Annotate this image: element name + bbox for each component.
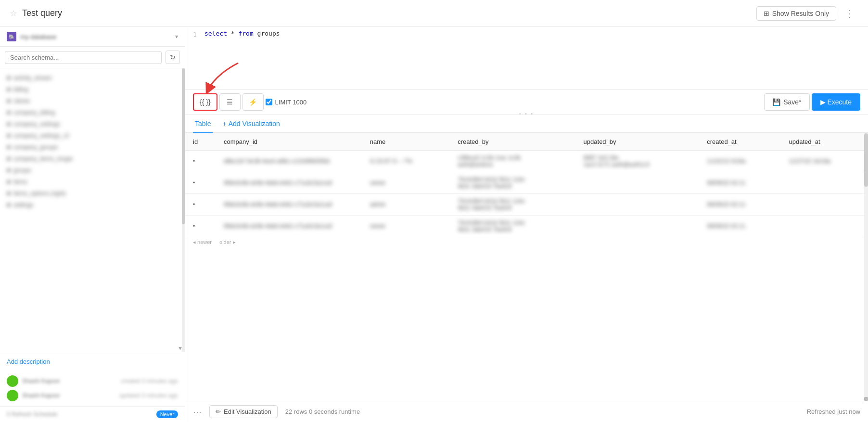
param-icon: {{ }} <box>200 98 211 106</box>
limit-section: LIMIT 1000 <box>266 99 307 106</box>
cell-created-at: 08/09/22 02:11 <box>699 216 781 237</box>
cell-created-at: 11/22/13 3/18a <box>699 151 781 172</box>
param-button[interactable]: {{ }} <box>193 93 217 111</box>
edit-icon: ✏ <box>216 408 221 415</box>
table-header: id company_id name created_by updated_by… <box>185 133 868 151</box>
tab-table[interactable]: Table <box>193 115 213 133</box>
header-left: ☆ Test query <box>10 8 62 19</box>
cell-company-id: d8bc1b7-8c38-4ee4-a68c-c1318960056d <box>216 151 362 172</box>
table-scrollbar[interactable] <box>864 133 868 401</box>
save-label: Save* <box>783 98 801 106</box>
cell-id: • <box>185 151 216 172</box>
cell-created-by: 74c4c9b4 b41d 3b1c 1cbc4b2c 3ab419 7ba4c… <box>450 194 575 216</box>
user-name-updated: Shashi Kapoor <box>22 392 60 399</box>
user-time-created: created 3 minutes ago <box>121 378 178 384</box>
code-editor[interactable]: 1 select * from groups <box>185 27 868 90</box>
user-name-created: Shashi Kapoor <box>22 378 60 384</box>
cell-updated-at <box>781 172 868 194</box>
user-item-created: Shashi Kapoor created 3 minutes ago <box>7 375 178 387</box>
cell-updated-by <box>576 216 700 237</box>
limit-label: LIMIT 1000 <box>275 99 307 106</box>
line-number: 1 <box>185 30 204 38</box>
header-right: ⊞ Show Results Only ⋮ <box>756 6 858 21</box>
list-item[interactable]: company_settings_v2 <box>0 130 185 141</box>
cell-id: • <box>185 194 216 216</box>
list-item[interactable]: groups <box>0 165 185 176</box>
user-avatar-updated <box>7 390 18 401</box>
list-item[interactable]: company_billing <box>0 107 185 118</box>
limit-checkbox[interactable] <box>266 99 272 105</box>
add-visualization-tab[interactable]: + Add Visualization <box>220 115 281 133</box>
sidebar-footer: Add description <box>0 352 185 371</box>
list-item[interactable]: company_groups <box>0 141 185 153</box>
list-item[interactable]: billing <box>0 84 185 95</box>
sidebar: 🐘 my-database ▾ ↻ activity_stream billin… <box>0 27 185 422</box>
cell-created-by: c38bca3 1c3b 1rac 1c3bauth@actions <box>450 151 575 172</box>
cell-name: owner <box>362 216 450 237</box>
col-updated-at: updated_at <box>781 133 868 151</box>
scroll-down-icon[interactable]: ▾ <box>175 344 185 352</box>
bottom-more-button[interactable]: ⋯ <box>193 407 202 417</box>
results-tabs: Table + Add Visualization <box>185 115 868 133</box>
lightning-button[interactable]: ⚡ <box>243 93 264 111</box>
db-selector[interactable]: 🐘 my-database ▾ <box>0 27 185 47</box>
sidebar-scrollbar[interactable] <box>182 68 185 352</box>
pagination-prev: ◂ newer <box>193 239 212 245</box>
cell-id: • <box>185 172 216 194</box>
db-icon: 🐘 <box>7 32 16 41</box>
header-row: id company_id name created_by updated_by… <box>185 133 868 151</box>
keyword-from: from <box>238 30 253 37</box>
sidebar-search-row: ↻ <box>0 47 185 68</box>
save-button[interactable]: 💾 Save* <box>764 93 809 111</box>
star-icon[interactable]: ☆ <box>10 8 17 19</box>
col-created-at: created_at <box>699 133 781 151</box>
content-area: 1 select * from groups <box>185 27 868 422</box>
bottom-bar: ⋯ ✏ Edit Visualization 22 rows 0 seconds… <box>185 401 868 422</box>
search-input[interactable] <box>5 51 162 64</box>
cell-created-at: 08/09/22 02:11 <box>699 194 781 216</box>
cell-name: owner <box>362 172 450 194</box>
code-asterisk: * <box>231 30 239 37</box>
code-content[interactable]: select * from groups <box>204 30 280 37</box>
cell-created-by: 74c4c9b4 b41d 3b1c 1cbc4b2c 3ab419 7ba4c… <box>450 172 575 194</box>
schema-list: activity_stream billing clients company_… <box>0 68 185 352</box>
cell-updated-by: 9987 1b3 2tle1ac3 2c71 auth@auth1c3 <box>576 151 700 172</box>
sidebar-scrollbar-thumb <box>182 68 185 224</box>
edit-visualization-button[interactable]: ✏ Edit Visualization <box>209 405 278 418</box>
col-updated-by: updated_by <box>576 133 700 151</box>
refresh-schema-button[interactable]: ↻ <box>166 51 180 64</box>
cell-updated-at <box>781 194 868 216</box>
list-item[interactable]: items <box>0 176 185 188</box>
table-pagination-hint: ◂ newer older ▸ <box>185 237 868 247</box>
execute-button[interactable]: ▶ Execute <box>812 93 860 111</box>
table-row: • d8bc1b7-8c38-4ee4-a68c-c1318960056d G-… <box>185 151 868 172</box>
table-scrollbar-thumb <box>864 133 868 187</box>
list-item[interactable]: items_options (right) <box>0 188 185 199</box>
format-button[interactable]: ☰ <box>219 93 241 111</box>
list-item[interactable]: company_items_longer <box>0 153 185 165</box>
pagination-next: older ▸ <box>219 239 236 245</box>
show-results-button[interactable]: ⊞ Show Results Only <box>756 6 836 21</box>
list-item[interactable]: clients <box>0 95 185 107</box>
schedule-badge[interactable]: Never <box>156 410 178 418</box>
cell-company-id: 99dc0c6b-dc6b-4deb-b4d1-c71a3c3a1ca3 <box>216 194 362 216</box>
edit-viz-label: Edit Visualization <box>224 408 271 415</box>
user-time-updated: updated 3 minutes ago <box>119 392 178 399</box>
cell-name: G-23.97 G -- 7% <box>362 151 450 172</box>
cell-updated-at <box>781 216 868 237</box>
plus-icon: + <box>222 120 226 128</box>
list-item[interactable]: activity_stream <box>0 72 185 84</box>
header-more-button[interactable]: ⋮ <box>841 6 858 21</box>
table-row: • 99dc0c6b-dc6b-4deb-b4d1-c71a3c3a1ca3 o… <box>185 216 868 237</box>
add-description-link[interactable]: Add description <box>7 358 50 365</box>
chevron-down-icon: ▾ <box>175 33 178 40</box>
list-item[interactable]: company_settings <box>0 118 185 130</box>
list-item[interactable]: settings <box>0 199 185 211</box>
user-item-updated: Shashi Kapoor updated 3 minutes ago <box>7 390 178 401</box>
cell-updated-by <box>576 194 700 216</box>
cell-company-id: 99dc0c6b-dc6b-4deb-b4d1-c71a3c3a1ca3 <box>216 172 362 194</box>
query-toolbar: {{ }} ☰ ⚡ LIMIT 1000 • • • 💾 Save* ▶ Exe… <box>185 90 868 115</box>
save-icon: 💾 <box>772 98 780 106</box>
keyword-select: select <box>204 30 227 37</box>
col-name: name <box>362 133 450 151</box>
